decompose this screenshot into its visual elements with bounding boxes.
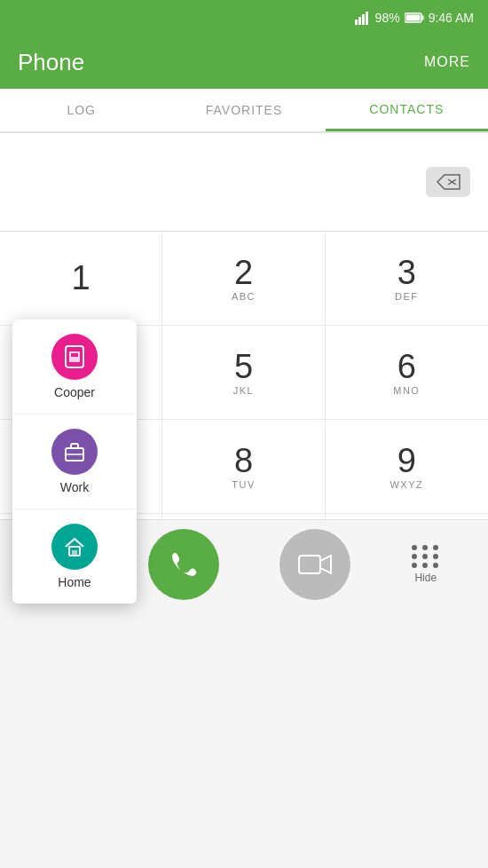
- dial-key-2[interactable]: 2 ABC: [162, 232, 325, 326]
- dots-grid: [412, 545, 440, 568]
- dot: [422, 545, 428, 550]
- phone-call-icon: [168, 548, 200, 580]
- work-label: Work: [60, 480, 89, 494]
- dial-key-9[interactable]: 9 WXYZ: [326, 420, 488, 514]
- dot: [412, 563, 417, 568]
- hide-label: Hide: [414, 572, 437, 584]
- cooper-label: Cooper: [54, 385, 95, 399]
- dot: [422, 554, 428, 559]
- contact-popup: Cooper Work Home: [12, 320, 137, 604]
- dot: [433, 563, 438, 568]
- house-icon: [62, 534, 87, 559]
- dot: [433, 554, 438, 559]
- svg-rect-0: [355, 20, 358, 25]
- dial-key-6[interactable]: 6 MNO: [326, 326, 488, 420]
- battery-icon: [405, 12, 424, 23]
- popup-item-work[interactable]: Work: [12, 414, 137, 509]
- dial-key-3[interactable]: 3 DEF: [326, 232, 488, 326]
- svg-rect-11: [71, 353, 78, 357]
- tab-bar: LOG FAVORITES CONTACTS: [0, 89, 488, 133]
- dial-display: [0, 133, 488, 231]
- dot: [433, 545, 438, 550]
- app-header: Phone MORE: [0, 36, 488, 89]
- tab-contacts[interactable]: CONTACTS: [326, 89, 488, 131]
- status-icons: 98% 9:46 AM: [355, 11, 474, 25]
- tab-log[interactable]: LOG: [0, 89, 162, 131]
- svg-rect-1: [358, 17, 361, 25]
- tab-favorites[interactable]: FAVORITES: [162, 89, 325, 131]
- svg-rect-6: [405, 15, 420, 21]
- svg-rect-15: [72, 550, 77, 556]
- svg-rect-5: [421, 16, 423, 20]
- svg-rect-24: [299, 556, 320, 573]
- sim-card-icon: [62, 344, 87, 369]
- dot: [412, 545, 417, 550]
- battery-text: 98%: [375, 11, 400, 25]
- delete-button[interactable]: [426, 167, 470, 197]
- popup-item-home[interactable]: Home: [12, 509, 137, 604]
- video-camera-icon: [298, 552, 332, 577]
- hide-dialpad-button[interactable]: Hide: [412, 545, 440, 584]
- dot: [412, 554, 417, 559]
- work-icon: [51, 429, 98, 475]
- dial-key-1[interactable]: 1: [0, 232, 162, 326]
- main-area: Cooper Work Home: [0, 133, 488, 608]
- cooper-icon: [51, 334, 98, 380]
- call-button[interactable]: [148, 529, 219, 600]
- video-button[interactable]: [279, 529, 350, 600]
- dial-key-5[interactable]: 5 JKL: [162, 326, 325, 420]
- briefcase-icon: [62, 439, 87, 464]
- status-bar: 98% 9:46 AM: [0, 0, 488, 36]
- home-icon-bg: [51, 524, 98, 570]
- app-title: Phone: [18, 49, 84, 76]
- more-button[interactable]: MORE: [424, 54, 470, 70]
- time-text: 9:46 AM: [429, 11, 474, 25]
- dot: [422, 563, 428, 568]
- backspace-icon: [436, 174, 460, 190]
- home-label: Home: [58, 575, 91, 589]
- svg-rect-3: [366, 12, 368, 25]
- svg-rect-2: [362, 14, 365, 25]
- dial-key-8[interactable]: 8 TUV: [162, 420, 325, 514]
- signal-icon: [355, 11, 371, 25]
- popup-item-cooper[interactable]: Cooper: [12, 320, 137, 414]
